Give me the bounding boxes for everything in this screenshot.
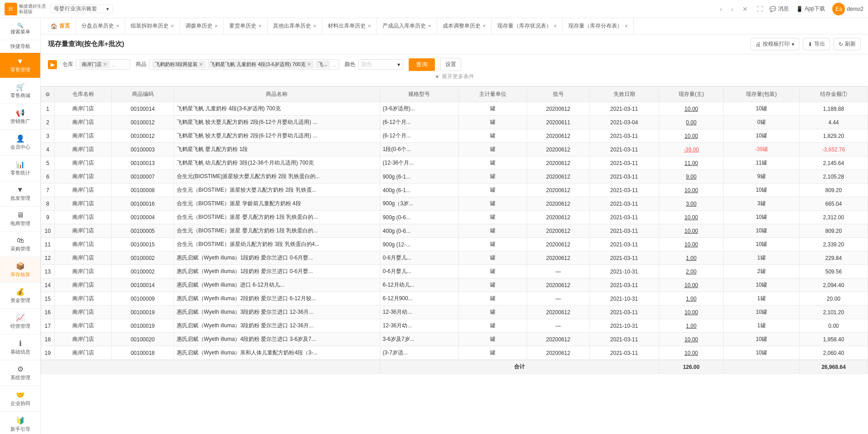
sidebar-item-营销推广[interactable]: 📢营销推广 — [0, 104, 40, 130]
tab-label: 其他出库单历史 — [273, 22, 311, 30]
sidebar-item-零售商城[interactable]: 🛒零售商城 — [0, 78, 40, 104]
search-button[interactable]: 查询 — [409, 58, 435, 71]
dropdown-selector[interactable]: 母婴行业演示账套 ▾ — [50, 5, 113, 13]
sidebar-item-系统管理[interactable]: ⚙系统管理 — [0, 360, 40, 386]
tab-next-btn[interactable]: › — [728, 5, 736, 13]
tab-close-icon[interactable]: ✕ — [170, 24, 174, 28]
footer-label-text: 合计 — [380, 360, 659, 374]
row-no: 13 — [41, 265, 55, 278]
quick-nav-btn[interactable]: 快捷导航 — [0, 40, 40, 53]
sidebar-item-零售管理[interactable]: ▼零售管理 — [0, 53, 40, 78]
product-filter-input[interactable]: 飞鹤奶粉3段两提装 ✕ 飞鹤星飞帆 儿童奶粉 4段(3-6岁适用) 700克 ✕… — [149, 59, 339, 70]
row-qty-main[interactable]: 11.00 — [659, 156, 724, 170]
row-qty-main[interactable]: 10.00 — [659, 102, 724, 116]
sidebar-item-label: 会员中心 — [10, 144, 30, 151]
nav-tab-4[interactable]: 其他出库单历史✕ — [268, 18, 322, 34]
sidebar-item-企业协同[interactable]: 🤝企业协同 — [0, 386, 40, 412]
sidebar-item-库存核算[interactable]: 📦库存核算 — [0, 257, 40, 283]
table-row: 16 南岸门店 00100019 惠氏启赋（Wyeth illuma）3段奶粉 … — [41, 306, 868, 319]
sidebar-item-会员中心[interactable]: 👤会员中心 — [0, 130, 40, 156]
product-tag2-close[interactable]: ✕ — [307, 61, 311, 67]
row-qty-main[interactable]: 2.00 — [659, 265, 724, 278]
tab-close-icon[interactable]: ✕ — [553, 24, 557, 28]
tab-prev-btn[interactable]: ‹ — [717, 5, 725, 13]
export-icon: ⬇ — [808, 41, 812, 47]
row-qty-main[interactable]: 9.00 — [659, 170, 724, 184]
tab-close-icon[interactable]: ✕ — [368, 24, 371, 28]
col-unit: 主计量单位 — [459, 87, 527, 102]
row-qty-main[interactable]: -39.00 — [659, 143, 724, 156]
row-spec: 6-12月900... — [380, 292, 459, 306]
print-button[interactable]: 🖨 按模板打印 ▾ — [750, 38, 799, 50]
tab-close-icon[interactable]: ✕ — [313, 24, 316, 28]
col-qty-pkg: 现存量(包装) — [723, 87, 799, 102]
row-qty-main[interactable]: 3.00 — [659, 197, 724, 211]
row-name: 合生元（BIOSTIME）派星 婴儿配方奶粉 1段 乳铁蛋白的... — [174, 224, 380, 238]
tab-close-icon[interactable]: ✕ — [258, 24, 262, 28]
row-amount: 2,101.20 — [799, 306, 868, 319]
print-icon: 🖨 — [755, 41, 761, 47]
row-qty-pkg: 10罐 — [723, 346, 799, 360]
sidebar-item-电商管理[interactable]: 🖥电商管理 — [0, 207, 40, 232]
sidebar-item-基础信息[interactable]: ℹ基础信息 — [0, 335, 40, 360]
col-settings[interactable]: ⚙ — [41, 87, 55, 102]
nav-tab-0[interactable]: 分盘点单历史✕ — [76, 18, 125, 34]
nav-tab-1[interactable]: 组装拆卸单历史✕ — [125, 18, 180, 34]
row-qty-main[interactable]: 1.00 — [659, 319, 724, 333]
sidebar-item-资金管理[interactable]: 💰资金管理 — [0, 283, 40, 309]
table-body: 1 南岸门店 00100014 飞鹤星飞帆 儿童奶粉 4段(3-6岁适用) 70… — [41, 102, 868, 360]
tab-close-icon[interactable]: ✕ — [624, 24, 628, 28]
tab-close-icon[interactable]: ✕ — [428, 24, 431, 28]
sidebar-item-批发管理[interactable]: ▼批发管理 — [0, 181, 40, 207]
tab-close-btn[interactable]: ✕ — [740, 5, 750, 13]
nav-tab-2[interactable]: 调拨单历史✕ — [180, 18, 224, 34]
filter-expand-btn[interactable]: ▶ — [48, 60, 57, 69]
row-qty-main[interactable]: 10.00 — [659, 333, 724, 346]
warehouse-tag-close[interactable]: ✕ — [103, 61, 107, 67]
nav-tab-5[interactable]: 材料出库单历史✕ — [322, 18, 377, 34]
nav-tab-6[interactable]: 产成品入库单历史✕ — [377, 18, 437, 34]
tab-close-icon[interactable]: ✕ — [214, 24, 218, 28]
product-tag-1: 飞鹤奶粉3段两提装 ✕ — [152, 61, 206, 68]
user-menu-btn[interactable]: Ea demo2 — [832, 3, 863, 15]
refresh-button[interactable]: ↻ 刷新 — [834, 38, 861, 50]
row-qty-main[interactable]: 10.00 — [659, 278, 724, 292]
message-btn[interactable]: 💬 消息 — [769, 5, 789, 13]
settings-button[interactable]: 设置 — [440, 58, 461, 71]
row-amount: 4.44 — [799, 116, 868, 129]
tab-expand-btn[interactable]: ⛶ — [754, 5, 766, 13]
expand-more-button[interactable]: ▼ 展开更多条件 — [434, 73, 474, 80]
row-qty-main[interactable]: 10.00 — [659, 224, 724, 238]
nav-tab-7[interactable]: 成本调整单历史✕ — [437, 18, 492, 34]
row-warehouse: 南岸门店 — [55, 251, 112, 265]
nav-tab-3[interactable]: 要货单历史✕ — [224, 18, 268, 34]
warehouse-filter-input[interactable]: 南岸门店 ✕ ... — [76, 59, 130, 70]
sidebar-item-采购管理[interactable]: 🛍采购管理 — [0, 232, 40, 257]
row-qty-main[interactable]: 10.00 — [659, 211, 724, 224]
row-qty-main[interactable]: 10.00 — [659, 346, 724, 360]
row-qty-main[interactable]: 1.00 — [659, 292, 724, 306]
nav-tab-home[interactable]: 🏠 首页 — [45, 18, 76, 34]
search-menu-btn[interactable]: 🔍 搜索菜单 — [0, 18, 40, 40]
nav-tab-9[interactable]: 现存量（库存分布表）✕ — [563, 18, 634, 34]
sidebar-item-零售统计[interactable]: 📊零售统计 — [0, 156, 40, 181]
sidebar-item-经营管理[interactable]: 📈经营管理 — [0, 309, 40, 335]
row-qty-main[interactable]: 10.00 — [659, 184, 724, 197]
sidebar-item-新手引导[interactable]: 🔰新手引导 — [0, 412, 40, 434]
row-qty-main[interactable]: 10.00 — [659, 306, 724, 319]
nav-tab-8[interactable]: 现存量（库存状况表）✕ — [492, 18, 563, 34]
sidebar-icon: 🛒 — [16, 83, 25, 91]
product-tag1-close[interactable]: ✕ — [199, 61, 203, 67]
row-name: 飞鹤星飞帆 较大婴儿配方奶粉 2段(6-12个月婴幼儿适用) ... — [174, 116, 380, 129]
export-button[interactable]: ⬇ 导出 — [803, 38, 830, 50]
tab-label: 现存量（库存状况表） — [497, 22, 552, 30]
tab-close-icon[interactable]: ✕ — [116, 24, 119, 28]
color-filter-input[interactable]: 颜色 ▾ — [358, 59, 403, 70]
row-unit: 罐 — [459, 184, 527, 197]
row-qty-main[interactable]: 0.00 — [659, 116, 724, 129]
tab-close-icon[interactable]: ✕ — [482, 24, 486, 28]
row-qty-main[interactable]: 10.00 — [659, 238, 724, 251]
row-qty-main[interactable]: 10.00 — [659, 129, 724, 143]
app-download-btn[interactable]: 📱 App下载 — [796, 5, 825, 13]
row-qty-main[interactable]: 1.00 — [659, 251, 724, 265]
